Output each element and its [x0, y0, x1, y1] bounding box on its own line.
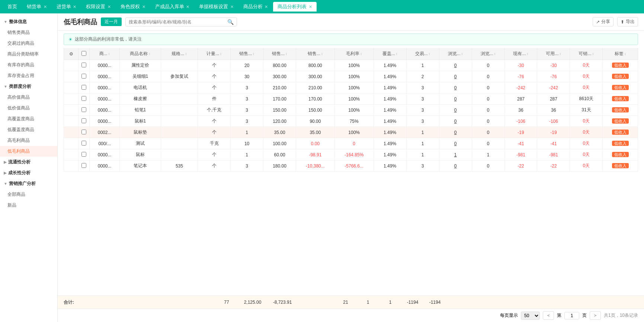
- nav-close-purchase[interactable]: ✕: [73, 4, 76, 9]
- sidebar-group-growth[interactable]: ▶ 成长性分析: [0, 168, 57, 178]
- sidebar-item-capital[interactable]: 库存资金占用: [0, 70, 57, 81]
- cell-checkbox[interactable]: [79, 149, 90, 160]
- row-checkbox[interactable]: [81, 130, 86, 134]
- select-all-checkbox[interactable]: [81, 51, 86, 56]
- nav-home[interactable]: 首页: [3, 2, 22, 12]
- nav-close-analysis-list[interactable]: ✕: [309, 4, 312, 9]
- sidebar-group-liquidity[interactable]: ▶ 流通性分析: [0, 157, 57, 168]
- search-box[interactable]: 🔍: [125, 17, 237, 26]
- row-checkbox[interactable]: [81, 141, 86, 146]
- sidebar-item-low-margin[interactable]: 低毛利商品: [0, 146, 57, 157]
- col-saleable[interactable]: 可销...↕: [570, 48, 603, 60]
- row-checkbox[interactable]: [81, 85, 86, 90]
- cell-checkbox[interactable]: [79, 93, 90, 105]
- sidebar-item-high-margin[interactable]: 高毛利商品: [0, 135, 57, 146]
- nav-purchase-order[interactable]: 进货单 ✕: [52, 2, 81, 12]
- col-code[interactable]: 商...↕: [90, 48, 120, 60]
- cell-checkbox[interactable]: [79, 71, 90, 82]
- view1-value[interactable]: 0: [454, 141, 457, 146]
- row-checkbox[interactable]: [81, 74, 86, 79]
- sidebar-group-overall[interactable]: ▼ 整体信息: [0, 16, 57, 27]
- next-page-button[interactable]: ＞: [590, 311, 601, 320]
- sidebar-item-low-coverage[interactable]: 低覆盖度商品: [0, 124, 57, 135]
- col-name[interactable]: 商品名称↕: [120, 48, 161, 60]
- sidebar-item-all-goods[interactable]: 全部商品: [0, 189, 57, 200]
- cell-view1[interactable]: 0: [439, 105, 472, 116]
- nav-product-entry[interactable]: 产成品入库单 ✕: [151, 2, 194, 12]
- sidebar-item-low-value[interactable]: 低价值商品: [0, 103, 57, 114]
- col-coverage[interactable]: 覆盖...↕: [374, 48, 406, 60]
- col-view1[interactable]: 浏览...↕: [439, 48, 472, 60]
- cell-checkbox[interactable]: [79, 60, 90, 71]
- cell-view1[interactable]: 0: [439, 138, 472, 149]
- nav-template-settings[interactable]: 单据模板设置 ✕: [195, 2, 238, 12]
- col-unit[interactable]: 计量...↕: [198, 48, 231, 60]
- view1-value[interactable]: 0: [454, 96, 457, 102]
- date-filter-button[interactable]: 近一月: [101, 17, 122, 26]
- cell-view1[interactable]: 0: [439, 82, 472, 93]
- export-button[interactable]: ⬆ 导出: [617, 17, 638, 26]
- cell-checkbox[interactable]: [79, 138, 90, 149]
- nav-permissions[interactable]: 权限设置 ✕: [81, 2, 115, 12]
- nav-close-permissions[interactable]: ✕: [108, 4, 111, 9]
- col-checkbox-all[interactable]: [79, 48, 90, 60]
- nav-close-analysis[interactable]: ✕: [265, 4, 268, 9]
- view1-value[interactable]: 0: [454, 85, 457, 90]
- sidebar-item-category-rate[interactable]: 商品分类助销率: [0, 49, 57, 60]
- sidebar-item-high-coverage[interactable]: 高覆盖度商品: [0, 114, 57, 124]
- col-view2[interactable]: 浏览...↕: [472, 48, 504, 60]
- sidebar-item-traded-goods[interactable]: 交易过的商品: [0, 38, 57, 49]
- col-sales-qty[interactable]: 销售...↕: [231, 48, 263, 60]
- row-checkbox[interactable]: [81, 96, 86, 101]
- sidebar-item-high-value[interactable]: 高价值商品: [0, 92, 57, 103]
- cell-view1[interactable]: 0: [439, 127, 472, 138]
- row-checkbox[interactable]: [81, 163, 86, 168]
- col-current-stock[interactable]: 现有...↕: [504, 48, 537, 60]
- cell-view1[interactable]: 0: [439, 93, 472, 105]
- row-checkbox[interactable]: [81, 118, 86, 123]
- sidebar-item-sales-goods[interactable]: 销售类商品: [0, 27, 57, 38]
- col-spec[interactable]: 规格...↕: [161, 48, 198, 60]
- row-checkbox[interactable]: [81, 107, 86, 112]
- nav-close-sales[interactable]: ✕: [44, 4, 47, 9]
- col-settings[interactable]: ⚙: [64, 48, 79, 60]
- view1-value[interactable]: 0: [454, 108, 457, 113]
- nav-sales-order[interactable]: 销货单 ✕: [22, 2, 51, 12]
- cell-checkbox[interactable]: [79, 116, 90, 127]
- cell-view1[interactable]: 1: [439, 149, 472, 160]
- view1-value[interactable]: 0: [454, 163, 457, 169]
- nav-role-auth[interactable]: 角色授权 ✕: [116, 2, 150, 12]
- nav-close-product[interactable]: ✕: [186, 4, 189, 9]
- search-input[interactable]: [129, 19, 227, 25]
- share-button[interactable]: ↗ 分享: [593, 17, 613, 26]
- nav-product-analysis-list[interactable]: 商品分析列表 ✕: [273, 2, 317, 12]
- col-sales-amount[interactable]: 销售...↕: [263, 48, 296, 60]
- view1-value[interactable]: 1: [454, 152, 457, 157]
- view1-value[interactable]: 0: [454, 63, 457, 68]
- sidebar-group-cluster[interactable]: ▼ 类群度分析: [0, 81, 57, 92]
- cell-checkbox[interactable]: [79, 82, 90, 93]
- nav-product-analysis[interactable]: 商品分析 ✕: [239, 2, 273, 12]
- nav-close-role[interactable]: ✕: [142, 4, 145, 9]
- col-transaction[interactable]: 交易...↕: [406, 48, 439, 60]
- row-checkbox[interactable]: [81, 152, 86, 157]
- cell-view1[interactable]: 0: [439, 60, 472, 71]
- row-checkbox[interactable]: [81, 63, 86, 67]
- nav-close-template[interactable]: ✕: [230, 4, 234, 9]
- cell-checkbox[interactable]: [79, 160, 90, 172]
- col-available[interactable]: 可用...↕: [537, 48, 570, 60]
- col-gross-margin[interactable]: 毛利率↕: [334, 48, 374, 60]
- cell-checkbox[interactable]: [79, 105, 90, 116]
- page-size-select[interactable]: 50 100 200: [521, 312, 540, 320]
- cell-view1[interactable]: 0: [439, 116, 472, 127]
- col-sales-profit[interactable]: 销售...↕: [296, 48, 335, 60]
- cell-checkbox[interactable]: [79, 127, 90, 138]
- view1-value[interactable]: 0: [454, 74, 457, 79]
- sidebar-item-new-goods[interactable]: 新品: [0, 200, 57, 211]
- cell-view1[interactable]: 0: [439, 160, 472, 172]
- page-number-input[interactable]: [564, 312, 579, 319]
- col-tag[interactable]: 标签↕: [603, 48, 638, 60]
- cell-view1[interactable]: 0: [439, 71, 472, 82]
- view1-value[interactable]: 0: [454, 130, 457, 135]
- prev-page-button[interactable]: ＜: [543, 311, 554, 320]
